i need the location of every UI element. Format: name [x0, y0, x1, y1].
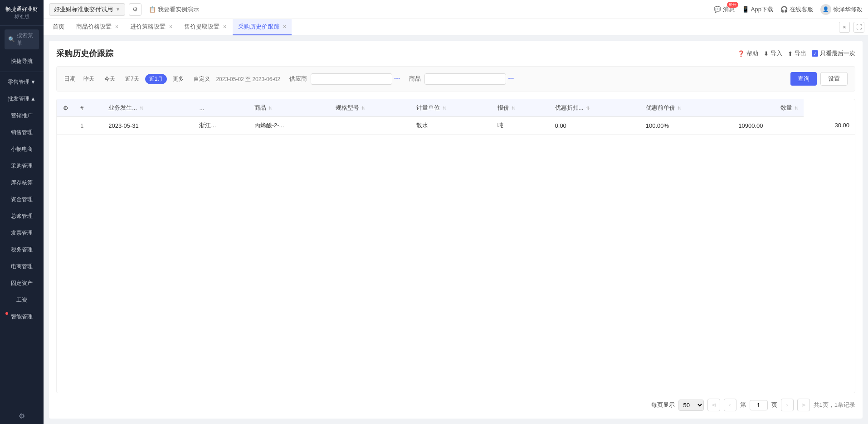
date-btn-custom[interactable]: 自定义 [190, 74, 214, 84]
th-date[interactable]: 业务发生... ⇅ [103, 99, 194, 117]
tab-maximize-button[interactable]: ⛶ [853, 22, 864, 33]
sidebar-item-fixed-assets[interactable]: 固定资产 [0, 275, 44, 292]
sidebar-item-sales[interactable]: 销售管理 [0, 124, 44, 141]
ecom-small-label: 小畅电商 [11, 145, 33, 153]
app-logo-text: 畅捷通好业财 [4, 5, 40, 13]
help-button[interactable]: ❓ 帮助 [737, 49, 758, 58]
avatar: 👤 [820, 4, 831, 15]
finance-label: 资金管理 [11, 196, 33, 203]
sidebar-item-quick-nav[interactable]: 快捷导航 [0, 53, 44, 70]
th-quantity[interactable]: 数量 ⇅ [733, 99, 804, 117]
sidebar-item-smart[interactable]: 智能管理 [0, 308, 44, 325]
cell-price-unit: 吨 [492, 117, 550, 135]
th-gear[interactable]: ⚙ [57, 99, 75, 117]
demo-icon: 📋 [149, 6, 156, 13]
next-page-button[interactable]: › [781, 399, 794, 411]
message-button[interactable]: 💬 消息 99+ [714, 5, 735, 14]
table-wrapper: ⚙ # 业务发生... ⇅ ... [56, 99, 855, 393]
user-name: 徐泽华修改 [833, 5, 863, 14]
th-spec[interactable]: 规格型号 ⇅ [330, 99, 411, 117]
sidebar-item-ecom-small[interactable]: 小畅电商 [0, 141, 44, 158]
date-btn-last1m[interactable]: 近1月 [145, 74, 167, 84]
import-button[interactable]: ⬇ 导入 [764, 49, 782, 58]
tab-purchase-strategy-close[interactable]: × [169, 24, 172, 30]
product-name: 好业财标准版交付试用 [54, 5, 113, 14]
tab-sell-price-close[interactable]: × [223, 24, 226, 30]
tab-purchase-strategy[interactable]: 进价策略设置 × [125, 19, 178, 35]
search-menu-button[interactable]: 🔍 搜索菜单 [5, 29, 39, 49]
tab-close-button[interactable]: × [839, 22, 850, 33]
goods-dots-button[interactable]: ··· [508, 75, 514, 83]
demo-link[interactable]: 📋 我要看实例演示 [149, 5, 199, 14]
th-dots-label: ... [199, 105, 204, 111]
th-pre-discount-sort-icon: ⇅ [678, 106, 681, 111]
supplier-input[interactable] [311, 73, 392, 85]
smart-indicator [5, 312, 8, 315]
cell-goods: 丙烯酸-2-... [249, 117, 330, 135]
page-input[interactable] [750, 400, 768, 410]
tab-sell-price-label: 售价提取设置 [184, 23, 219, 31]
tab-history-price-close[interactable]: × [283, 24, 286, 30]
export-button[interactable]: ⬆ 导出 [788, 49, 806, 58]
sidebar-item-wholesale[interactable]: 批发管理 ▲ [0, 91, 44, 107]
tab-price[interactable]: 商品价格设置 × [71, 19, 124, 35]
topbar-settings-button[interactable]: ⚙ [129, 3, 141, 16]
sidebar: 畅捷通好业财 标准版 🔍 搜索菜单 快捷导航 零售管理 ▼ 批发管理 ▲ 营销推… [0, 0, 44, 424]
app-download-icon: 📱 [742, 6, 749, 13]
tab-sell-price[interactable]: 售价提取设置 × [179, 19, 232, 35]
sidebar-item-tax[interactable]: 税务管理 [0, 241, 44, 258]
demo-label: 我要看实例演示 [158, 5, 199, 14]
date-btn-yesterday[interactable]: 昨天 [79, 74, 98, 84]
cell-gear [57, 117, 75, 135]
product-selector[interactable]: 好业财标准版交付试用 ▼ [49, 3, 125, 16]
date-btn-more[interactable]: 更多 [169, 74, 188, 84]
tab-history-price[interactable]: 采购历史价跟踪 × [233, 19, 292, 35]
sidebar-item-invoice[interactable]: 发票管理 [0, 225, 44, 241]
sidebar-item-finance[interactable]: 资金管理 [0, 191, 44, 208]
th-pre-discount-price[interactable]: 优惠前单价 ⇅ [640, 99, 733, 117]
supplier-dots-button[interactable]: ··· [394, 75, 400, 83]
sidebar-item-retail[interactable]: 零售管理 ▼ [0, 74, 44, 91]
goods-input[interactable] [424, 73, 506, 85]
user-menu[interactable]: 👤 徐泽华修改 [820, 4, 863, 15]
sidebar-search[interactable]: 🔍 搜索菜单 [0, 26, 44, 53]
settings-button[interactable]: 设置 [820, 72, 848, 86]
query-button[interactable]: 查询 [790, 72, 817, 86]
app-download-button[interactable]: 📱 App下载 [742, 5, 773, 14]
sidebar-item-inventory[interactable]: 库存核算 [0, 174, 44, 191]
th-goods[interactable]: 商品 ⇅ [249, 99, 330, 117]
th-price[interactable]: 报价 ⇅ [492, 99, 550, 117]
first-page-button[interactable]: ⊲ [707, 399, 720, 411]
table-header-row: ⚙ # 业务发生... ⇅ ... [57, 99, 855, 117]
sidebar-gear-icon[interactable]: ⚙ [19, 412, 25, 420]
sidebar-item-purchase[interactable]: 采购管理 [0, 158, 44, 174]
tab-home[interactable]: 首页 [47, 19, 70, 35]
sidebar-item-payroll[interactable]: 工资 [0, 292, 44, 308]
last-page-button[interactable]: ⊳ [797, 399, 810, 411]
th-dots[interactable]: ... [194, 99, 249, 117]
supplier-label: 供应商 [289, 75, 307, 83]
sidebar-item-marketing[interactable]: 营销推广 [0, 107, 44, 124]
date-btn-today[interactable]: 今天 [100, 74, 119, 84]
cell-pre-discount-price: 10900.00 [733, 117, 804, 135]
prev-page-button[interactable]: ‹ [724, 399, 736, 411]
filter-actions: 查询 设置 [790, 72, 848, 86]
import-icon: ⬇ [764, 50, 769, 57]
cell-quoted-price: 0.00 [550, 117, 640, 135]
date-btn-last7[interactable]: 近7天 [121, 74, 143, 84]
per-page-select[interactable]: 50 10 20 100 [678, 400, 704, 411]
only-last-checkbox[interactable]: ✓ 只看最后一次 [812, 49, 855, 58]
topbar-right: 💬 消息 99+ 📱 App下载 🎧 在线客服 👤 徐泽华修改 [714, 4, 863, 15]
search-menu-label: 搜索菜单 [17, 32, 35, 47]
online-service-button[interactable]: 🎧 在线客服 [780, 5, 813, 14]
th-discount[interactable]: 优惠折扣... ⇅ [550, 99, 640, 117]
th-goods-sort-icon: ⇅ [268, 106, 272, 111]
retail-expand-icon: ▼ [30, 79, 36, 85]
sidebar-item-ecom[interactable]: 电商管理 [0, 258, 44, 275]
tab-price-close[interactable]: × [115, 24, 118, 30]
cell-number: 1 [75, 117, 103, 135]
tabbar: 首页 商品价格设置 × 进价策略设置 × 售价提取设置 × 采购历史价跟踪 × … [44, 19, 868, 35]
sidebar-item-ledger[interactable]: 总账管理 [0, 208, 44, 225]
th-unit[interactable]: 计量单位 ⇅ [411, 99, 492, 117]
table-row: 1 2023-05-31 浙江... 丙烯酸-2-... 散水 吨 0.00 1… [57, 117, 855, 135]
